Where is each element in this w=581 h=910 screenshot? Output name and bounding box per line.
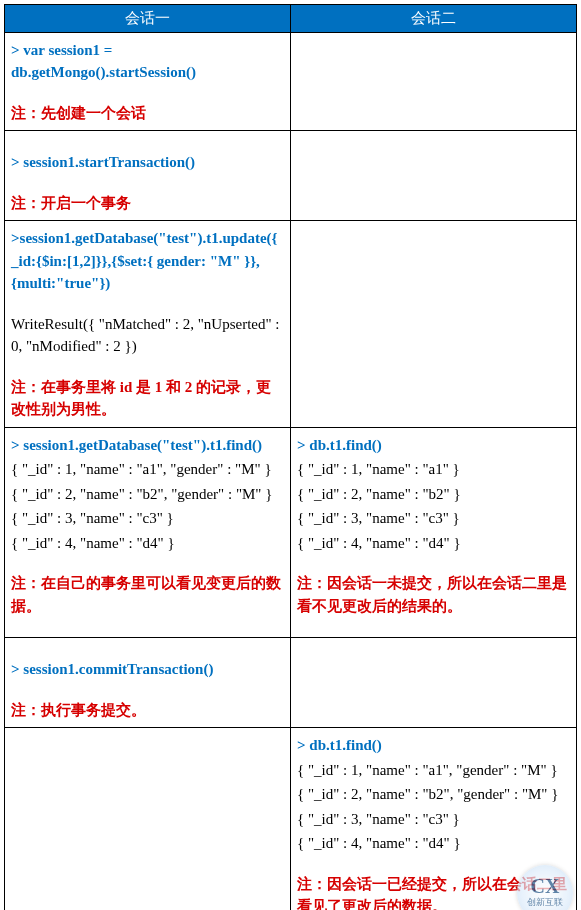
result-text: { "_id" : 4, "name" : "d4" }	[297, 832, 570, 855]
note-text: 注：开启一个事务	[11, 192, 284, 215]
result-text: { "_id" : 2, "name" : "b2", "gender" : "…	[11, 483, 284, 506]
result-text: { "_id" : 3, "name" : "c3" }	[297, 507, 570, 530]
note-text: 注：因会话一已经提交，所以在会话二里看见了更改后的数据。	[297, 873, 570, 911]
result-text: WriteResult({ "nMatched" : 2, "nUpserted…	[11, 313, 284, 358]
result-text: { "_id" : 4, "name" : "d4" }	[11, 532, 284, 555]
table-row: > db.t1.find() { "_id" : 1, "name" : "a1…	[5, 728, 577, 911]
table-row: > session1.startTransaction() 注：开启一个事务	[5, 131, 577, 221]
note-text: 注：执行事务提交。	[11, 699, 284, 722]
result-text: { "_id" : 1, "name" : "a1", "gender" : "…	[297, 759, 570, 782]
result-text: { "_id" : 1, "name" : "a1", "gender" : "…	[11, 458, 284, 481]
code-line: > db.t1.find()	[297, 434, 570, 457]
session-comparison-table: 会话一 会话二 > var session1 = db.getMongo().s…	[4, 4, 577, 910]
header-session-2: 会话二	[291, 5, 577, 33]
code-line: > session1.commitTransaction()	[11, 658, 284, 681]
code-line: > session1.startTransaction()	[11, 151, 284, 174]
header-session-1: 会话一	[5, 5, 291, 33]
result-text: { "_id" : 2, "name" : "b2" }	[297, 483, 570, 506]
note-text: 注：先创建一个会话	[11, 102, 284, 125]
result-text: { "_id" : 2, "name" : "b2", "gender" : "…	[297, 783, 570, 806]
note-text: 注：在事务里将 id 是 1 和 2 的记录，更改性别为男性。	[11, 376, 284, 421]
code-line: > db.t1.find()	[297, 734, 570, 757]
note-text: 注：因会话一未提交，所以在会话二里是看不见更改后的结果的。	[297, 572, 570, 617]
result-text: { "_id" : 3, "name" : "c3" }	[11, 507, 284, 530]
table-row: >session1.getDatabase("test").t1.update(…	[5, 221, 577, 428]
code-line: >session1.getDatabase("test").t1.update(…	[11, 227, 284, 295]
table-row: > session1.getDatabase("test").t1.find()…	[5, 427, 577, 638]
code-line: > var session1 = db.getMongo().startSess…	[11, 39, 284, 84]
code-line: > session1.getDatabase("test").t1.find()	[11, 434, 284, 457]
note-text: 注：在自己的事务里可以看见变更后的数据。	[11, 572, 284, 617]
result-text: { "_id" : 1, "name" : "a1" }	[297, 458, 570, 481]
table-row: > session1.commitTransaction() 注：执行事务提交。	[5, 638, 577, 728]
table-row: > var session1 = db.getMongo().startSess…	[5, 32, 577, 131]
result-text: { "_id" : 4, "name" : "d4" }	[297, 532, 570, 555]
result-text: { "_id" : 3, "name" : "c3" }	[297, 808, 570, 831]
